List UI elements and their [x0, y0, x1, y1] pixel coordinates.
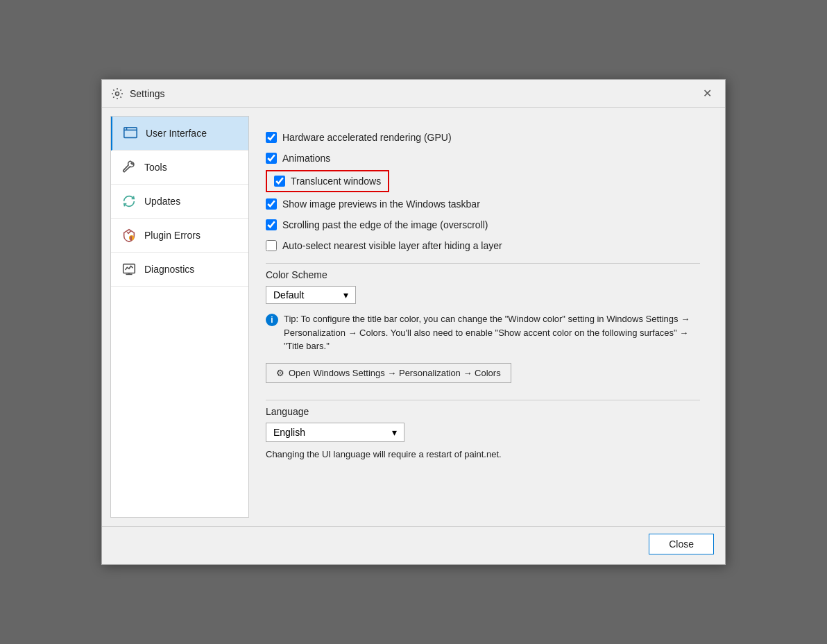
tip-text: Tip: To configure the title bar color, y…: [284, 312, 700, 353]
tools-icon: [121, 159, 137, 176]
hardware-rendering-label[interactable]: Hardware accelerated rendering (GPU): [266, 132, 452, 143]
animations-checkbox[interactable]: [266, 153, 277, 164]
overscroll-label[interactable]: Scrolling past the edge of the image (ov…: [266, 219, 488, 230]
animations-label[interactable]: Animations: [266, 153, 330, 164]
updates-icon: [121, 193, 137, 210]
overscroll-checkbox[interactable]: [266, 219, 277, 230]
user-interface-icon: [122, 125, 139, 142]
sidebar-label-updates: Updates: [144, 196, 180, 207]
image-previews-row: Show image previews in the Windows taskb…: [266, 194, 700, 214]
settings-dialog: Settings ✕ User Interface: [101, 79, 726, 565]
hardware-rendering-row: Hardware accelerated rendering (GPU): [266, 127, 700, 148]
open-windows-settings-button[interactable]: ⚙ Open Windows Settings → Personalizatio…: [266, 363, 511, 383]
sidebar-item-plugin-errors[interactable]: ! Plugin Errors: [111, 219, 248, 253]
translucent-windows-label[interactable]: Translucent windows: [266, 170, 389, 192]
image-previews-label[interactable]: Show image previews in the Windows taskb…: [266, 198, 480, 210]
autoselect-checkbox[interactable]: [266, 240, 277, 251]
image-previews-checkbox[interactable]: [266, 198, 277, 210]
color-scheme-chevron: ▾: [343, 289, 348, 300]
sidebar-label-user-interface: User Interface: [146, 128, 207, 139]
svg-point-0: [116, 92, 119, 95]
sidebar: User Interface Tools: [110, 116, 249, 518]
language-dropdown[interactable]: English ▾: [266, 423, 404, 442]
close-button[interactable]: Close: [649, 534, 714, 554]
sidebar-item-diagnostics[interactable]: Diagnostics: [111, 253, 248, 287]
translucent-windows-checkbox[interactable]: [274, 176, 285, 187]
autoselect-label[interactable]: Auto-select nearest visible layer after …: [266, 240, 502, 251]
sidebar-item-updates[interactable]: Updates: [111, 185, 248, 219]
plugin-errors-icon: !: [121, 227, 137, 244]
dialog-body: User Interface Tools: [102, 108, 725, 526]
sidebar-item-user-interface[interactable]: User Interface: [111, 117, 248, 151]
language-chevron: ▾: [392, 427, 397, 438]
restart-note: Changing the UI language will require a …: [266, 449, 700, 459]
translucent-windows-row: Translucent windows: [266, 169, 700, 194]
title-bar: Settings ✕: [102, 80, 725, 108]
settings-icon: [110, 87, 124, 101]
svg-rect-1: [124, 128, 137, 138]
open-settings-gear-icon: ⚙: [276, 368, 284, 378]
window-close-button[interactable]: ✕: [697, 84, 717, 103]
dialog-footer: Close: [102, 526, 725, 564]
language-selected: English: [273, 427, 305, 438]
sidebar-label-tools: Tools: [144, 162, 167, 173]
tip-icon: i: [266, 314, 278, 326]
sidebar-label-diagnostics: Diagnostics: [144, 264, 194, 275]
sidebar-label-plugin-errors: Plugin Errors: [144, 230, 201, 241]
language-section-label: Language: [266, 406, 700, 417]
svg-text:!: !: [130, 236, 132, 241]
window-title: Settings: [130, 88, 697, 99]
color-scheme-divider: [266, 263, 700, 264]
color-scheme-selected: Default: [273, 289, 304, 300]
language-divider: [266, 400, 700, 400]
autoselect-row: Auto-select nearest visible layer after …: [266, 235, 700, 256]
animations-row: Animations: [266, 148, 700, 169]
overscroll-row: Scrolling past the edge of the image (ov…: [266, 214, 700, 235]
tip-box: i Tip: To configure the title bar color,…: [266, 312, 700, 353]
color-scheme-dropdown[interactable]: Default ▾: [266, 286, 356, 304]
open-settings-label: Open Windows Settings → Personalization …: [289, 368, 501, 378]
hardware-rendering-checkbox[interactable]: [266, 132, 277, 143]
color-scheme-section-label: Color Scheme: [266, 269, 700, 280]
sidebar-item-tools[interactable]: Tools: [111, 151, 248, 185]
content-area: Hardware accelerated rendering (GPU) Ani…: [249, 116, 717, 518]
diagnostics-icon: [121, 261, 137, 278]
